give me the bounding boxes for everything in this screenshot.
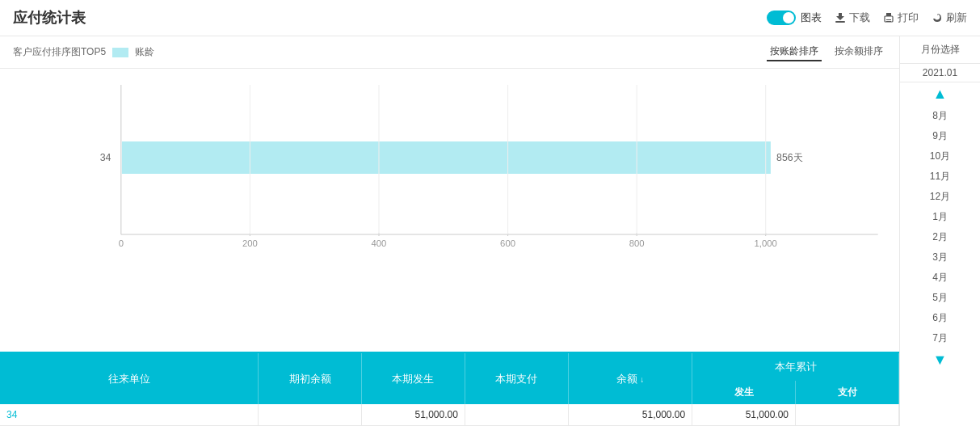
col-ytd: 本年累计 xyxy=(692,353,899,381)
table-header-row: 往来单位 期初余额 本期发生 本期支付 余额 ↓ 本年累计 xyxy=(0,353,899,381)
col-balance: 余额 ↓ xyxy=(568,353,692,404)
month-8: 8月 xyxy=(900,106,980,126)
chart-section: 客户应付排序图TOP5 账龄 按账龄排序 按余额排序 34 xyxy=(0,36,899,426)
svg-rect-0 xyxy=(835,21,845,23)
svg-text:200: 200 xyxy=(242,238,258,248)
month-8-label[interactable]: 8月 xyxy=(900,106,980,126)
sidebar-title: 月份选择 xyxy=(900,36,980,64)
bar-34 xyxy=(122,141,771,174)
month-5-label[interactable]: 5月 xyxy=(900,288,980,308)
svg-text:0: 0 xyxy=(119,238,124,248)
month-1-label[interactable]: 1月 xyxy=(900,207,980,227)
cell-unit: 34 xyxy=(0,404,259,426)
svg-rect-3 xyxy=(886,19,891,20)
chart-toggle-wrap: 图表 xyxy=(767,11,822,25)
month-6-label[interactable]: 6月 xyxy=(900,308,980,328)
col-current-pay: 本期支付 xyxy=(465,353,568,404)
legend-color-swatch xyxy=(112,48,128,57)
cell-ytd-occur: 51,000.00 xyxy=(692,404,796,426)
month-5: 5月 xyxy=(900,288,980,308)
month-10: 10月 xyxy=(900,146,980,167)
month-2-label[interactable]: 2月 xyxy=(900,227,980,247)
svg-rect-4 xyxy=(886,21,891,22)
svg-text:400: 400 xyxy=(372,238,387,248)
cell-balance: 51,000.00 xyxy=(568,404,692,426)
header-actions: 图表 下载 打印 刷新 xyxy=(767,11,967,25)
month-11-label[interactable]: 11月 xyxy=(900,167,980,187)
month-12-label[interactable]: 12月 xyxy=(900,187,980,207)
svg-rect-1 xyxy=(885,16,893,22)
month-3: 3月 xyxy=(900,247,980,268)
right-sidebar: 月份选择 2021.01 ▲ 8月 9月 10月 11月 12月 xyxy=(899,36,980,426)
chart-toggle[interactable] xyxy=(767,11,796,25)
table-row: 34 51,000.00 51,000.00 51,000.00 xyxy=(0,404,899,426)
page-title: 应付统计表 xyxy=(13,8,767,27)
table-body: 34 51,000.00 51,000.00 51,000.00 xyxy=(0,404,899,426)
col-from-unit: 往来单位 xyxy=(0,353,259,404)
month-9: 9月 xyxy=(900,126,980,146)
sort-by-amount-tab[interactable]: 按账龄排序 xyxy=(767,43,822,61)
cell-current-pay xyxy=(465,404,568,426)
sidebar-up-arrow[interactable]: ▲ xyxy=(900,82,980,106)
table-section: 往来单位 期初余额 本期发生 本期支付 余额 ↓ 本年累计 xyxy=(0,352,899,426)
svg-text:600: 600 xyxy=(500,238,515,248)
month-3-label[interactable]: 3月 xyxy=(900,247,980,268)
col-ytd-pay: 支付 xyxy=(796,381,899,404)
sidebar-down-arrow[interactable]: ▼ xyxy=(900,348,980,372)
svg-rect-2 xyxy=(886,13,891,16)
chart-header: 客户应付排序图TOP5 账龄 按账龄排序 按余额排序 xyxy=(0,36,899,69)
refresh-button[interactable]: 刷新 xyxy=(932,11,967,25)
legend-label: 客户应付排序图TOP5 xyxy=(13,45,106,59)
cell-opening xyxy=(259,404,362,426)
header: 应付统计表 图表 下载 打印 刷新 xyxy=(0,0,980,36)
svg-text:34: 34 xyxy=(100,152,111,163)
chart-legend: 客户应付排序图TOP5 账龄 xyxy=(13,45,154,59)
month-9-label[interactable]: 9月 xyxy=(900,126,980,146)
sort-tabs: 按账龄排序 按余额排序 xyxy=(767,43,886,61)
month-4-label[interactable]: 4月 xyxy=(900,268,980,288)
col-ytd-occur: 发生 xyxy=(692,381,796,404)
month-7-label[interactable]: 7月 xyxy=(900,328,980,348)
month-10-label[interactable]: 10月 xyxy=(900,146,980,167)
col-opening: 期初余额 xyxy=(259,353,362,404)
print-button[interactable]: 打印 xyxy=(883,11,919,25)
chart-toggle-label: 图表 xyxy=(801,11,822,25)
legend-color-label: 账龄 xyxy=(135,45,154,59)
month-6: 6月 xyxy=(900,308,980,328)
sidebar-year[interactable]: 2021.01 xyxy=(900,64,980,82)
download-button[interactable]: 下载 xyxy=(835,11,870,25)
cell-current-occur: 51,000.00 xyxy=(362,404,465,426)
month-7: 7月 xyxy=(900,328,980,348)
svg-text:800: 800 xyxy=(629,238,645,248)
table-wrap: 往来单位 期初余额 本期发生 本期支付 余额 ↓ 本年累计 xyxy=(0,353,899,426)
unit-link[interactable]: 34 xyxy=(6,409,17,420)
month-11: 11月 xyxy=(900,167,980,187)
bar-chart-svg: 34 856天 0 200 400 600 800 1,000 xyxy=(13,77,886,263)
svg-text:1,000: 1,000 xyxy=(755,238,777,248)
month-12: 12月 xyxy=(900,187,980,207)
month-4: 4月 xyxy=(900,268,980,288)
download-icon xyxy=(835,12,846,23)
refresh-icon xyxy=(932,12,943,23)
sidebar-months: 8月 9月 10月 11月 12月 2023 1月 xyxy=(900,106,980,348)
print-icon xyxy=(883,12,894,23)
svg-text:856天: 856天 xyxy=(776,152,803,163)
data-table: 往来单位 期初余额 本期发生 本期支付 余额 ↓ 本年累计 xyxy=(0,353,899,426)
main-area: 客户应付排序图TOP5 账龄 按账龄排序 按余额排序 34 xyxy=(0,36,980,426)
month-2: 2月 xyxy=(900,227,980,247)
year-2023-month-1-wrap: 2023 1月 xyxy=(900,207,980,227)
col-current-occur: 本期发生 xyxy=(362,353,465,404)
sort-by-balance-tab[interactable]: 按余额排序 xyxy=(831,43,886,61)
cell-ytd-pay xyxy=(796,404,899,426)
chart-area: 34 856天 0 200 400 600 800 1,000 xyxy=(0,69,899,352)
